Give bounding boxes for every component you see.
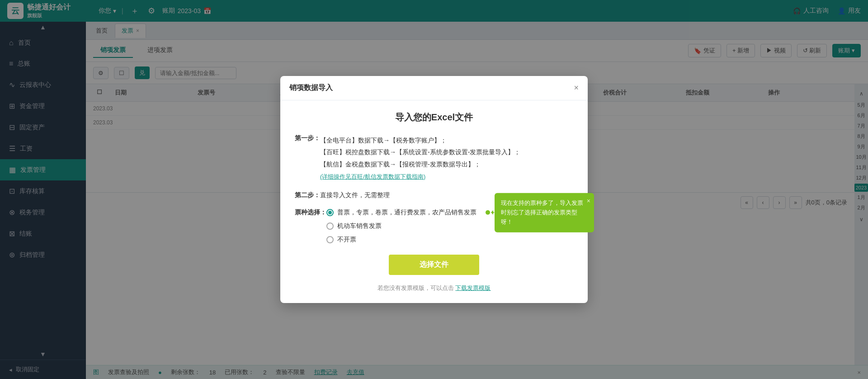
step2-label: 第二步： — [295, 191, 320, 199]
step1-section: 第一步： 【全电平台】数据下载→【税务数字账户】； 【百旺】税控盘数据下载→【系… — [295, 134, 573, 182]
ticket-section: 票种选择： 普票，专票，卷票，通行费发票，农产品销售发票 — [295, 208, 573, 244]
tooltip-bubble: × 现在支持的票种多了，导入发票时别忘了选择正确的发票类型呀！ — [495, 193, 594, 232]
modal-overlay: 销项数据导入 × 导入您的Excel文件 第一步： 【全电平台】数据下载→【税务… — [0, 0, 868, 379]
radio-motor[interactable]: 机动车销售发票 — [326, 222, 476, 230]
step1-label: 第一步： — [295, 134, 320, 142]
modal-close-btn[interactable]: × — [574, 83, 579, 93]
tooltip-connector-dot — [486, 210, 490, 215]
step1-line1: 【全电平台】数据下载→【税务数字账户】； — [320, 134, 520, 147]
radio-circle-motor — [326, 223, 334, 230]
step2-content: 直接导入文件，无需整理 — [320, 191, 390, 199]
radio-group: 普票，专票，卷票，通行费发票，农产品销售发票 × 现在支持的票种多了，导入发票时… — [326, 208, 476, 244]
radio-none[interactable]: 不开票 — [326, 236, 476, 244]
tooltip-container: × 现在支持的票种多了，导入发票时别忘了选择正确的发票类型呀！ — [495, 193, 594, 232]
radio-dot-normal — [328, 211, 332, 214]
step1-guide-link[interactable]: (详细操作见百旺/航信发票数据下载指南) — [320, 173, 425, 180]
import-modal: 销项数据导入 × 导入您的Excel文件 第一步： 【全电平台】数据下载→【税务… — [280, 76, 588, 303]
radio-circle-normal — [326, 209, 334, 216]
modal-title: 销项数据导入 — [289, 83, 333, 93]
step1-line3: 【航信】金税盘数据下载→【报税管理-发票数据导出】； — [320, 158, 520, 171]
modal-body: 导入您的Excel文件 第一步： 【全电平台】数据下载→【税务数字账户】； 【百… — [280, 100, 588, 303]
modal-main-title: 导入您的Excel文件 — [295, 111, 573, 123]
radio-circle-none — [326, 236, 334, 243]
tooltip-wrapper: × 现在支持的票种多了，导入发票时别忘了选择正确的发票类型呀！ — [495, 193, 594, 232]
download-template-link[interactable]: 下载发票模版 — [455, 284, 491, 291]
step1-line2: 【百旺】税控盘数据下载→【系统设置-系统参数设置-发票批量导入】； — [320, 146, 520, 158]
ticket-label: 票种选择： — [295, 208, 326, 217]
radio-label-none: 不开票 — [337, 236, 356, 244]
radio-label-motor: 机动车销售发票 — [337, 222, 382, 230]
tooltip-text: 现在支持的票种多了，导入发票时别忘了选择正确的发票类型呀！ — [501, 199, 583, 225]
modal-header: 销项数据导入 × — [280, 76, 588, 100]
template-hint: 若您没有发票模版，可以点击 下载发票模版 — [295, 284, 573, 292]
radio-label-normal: 普票，专票，卷票，通行费发票，农产品销售发票 — [337, 208, 476, 217]
radio-normal[interactable]: 普票，专票，卷票，通行费发票，农产品销售发票 × 现在支持的票种多了，导入发票时… — [326, 208, 476, 217]
tooltip-close-btn[interactable]: × — [587, 196, 590, 206]
select-file-button[interactable]: 选择文件 — [389, 255, 479, 275]
